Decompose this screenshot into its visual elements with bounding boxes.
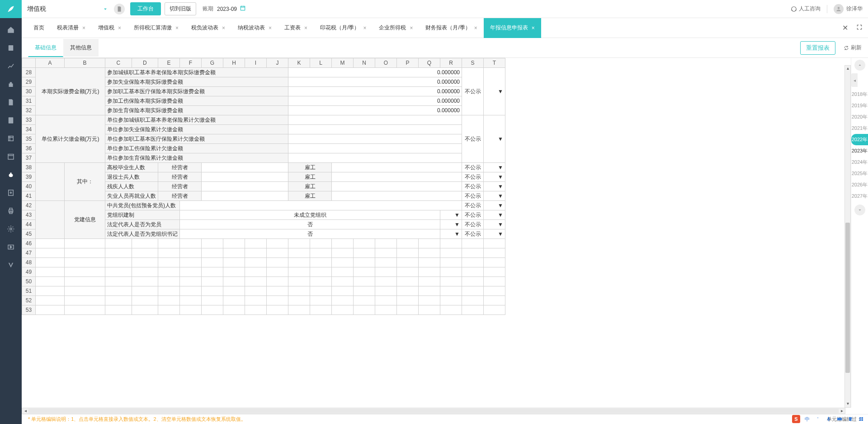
period-value[interactable]: 2023-09 (217, 6, 237, 12)
workbench-button[interactable]: 工作台 (130, 2, 161, 15)
doc-icon[interactable] (114, 4, 125, 14)
user-menu[interactable]: 徐泽华 (834, 4, 863, 14)
tab-2[interactable]: 增值税× (92, 18, 127, 19)
top-header: 增值税 工作台 切到旧版 账期 2023-09 人工咨询 徐泽华 (0, 0, 868, 18)
consult-link[interactable]: 人工咨询 (791, 5, 821, 13)
headset-icon (791, 6, 797, 12)
tab-1[interactable]: 税表清册× (51, 18, 92, 19)
calendar-icon[interactable] (240, 5, 246, 13)
module-selector[interactable]: 增值税 (27, 5, 108, 13)
svg-point-1 (838, 7, 840, 9)
tab-3[interactable]: 所得税汇算清缴× (127, 18, 185, 19)
svg-point-0 (792, 6, 797, 11)
app-logo (0, 0, 22, 18)
period-label: 账期 (203, 5, 213, 13)
switch-old-button[interactable]: 切到旧版 (165, 2, 196, 15)
tab-5[interactable]: 纳税波动表× (231, 18, 278, 19)
module-name: 增值税 (27, 5, 46, 13)
chevron-down-icon (102, 6, 108, 12)
tab-7[interactable]: 印花税（月/季）× (314, 18, 373, 19)
tab-6[interactable]: 工资表× (278, 18, 314, 19)
tab-0[interactable]: 首页 (27, 18, 51, 19)
tab-4[interactable]: 税负波动表× (185, 18, 231, 19)
tab-9[interactable]: 财务报表（月/季）× (419, 18, 483, 19)
tab-10[interactable]: 年报信息申报表× (484, 18, 541, 19)
tab-8[interactable]: 企业所得税× (373, 18, 419, 19)
avatar-icon (834, 4, 844, 14)
